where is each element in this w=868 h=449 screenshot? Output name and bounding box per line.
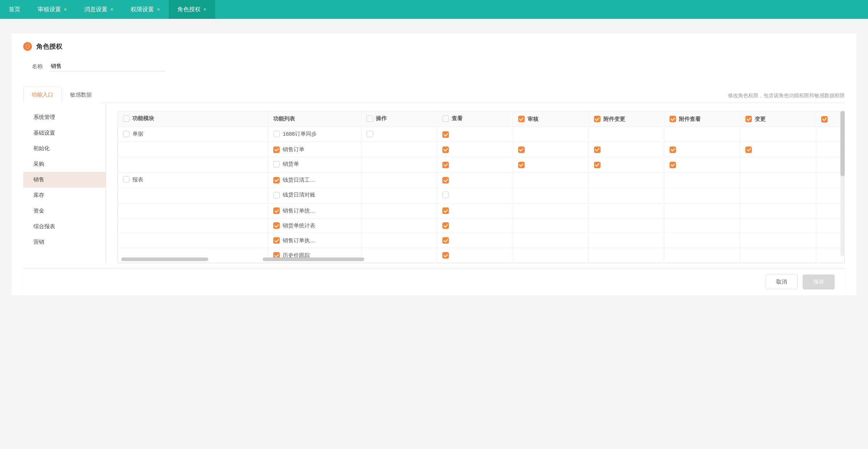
sub-tab-敏感数据[interactable]: 敏感数据 xyxy=(62,87,100,103)
col-header-op: 操作 xyxy=(361,111,437,127)
table-row: 销货单统计表 xyxy=(118,218,844,233)
func-cell: 销售订单统计表 xyxy=(268,203,361,218)
module-item-采购[interactable]: 采购 xyxy=(23,156,106,172)
func-cell: 销货单 xyxy=(268,157,361,173)
module-item-库存[interactable]: 库存 xyxy=(23,188,106,203)
attach-change-cell xyxy=(589,127,665,143)
hscroll-thumb-right[interactable] xyxy=(263,258,364,261)
func-checkbox[interactable] xyxy=(273,222,280,229)
view-checkbox[interactable] xyxy=(442,147,449,153)
header-checkbox-op[interactable] xyxy=(367,115,373,122)
module-cell xyxy=(118,203,268,218)
view-cell xyxy=(437,127,513,143)
page-title: 角色授权 xyxy=(36,42,62,51)
name-input[interactable] xyxy=(49,61,165,72)
header-checkbox-attach-view[interactable] xyxy=(670,116,676,122)
module-item-基础设置[interactable]: 基础设置 xyxy=(23,125,106,141)
attach-view-cell xyxy=(664,218,740,233)
close-icon[interactable]: × xyxy=(64,7,67,12)
save-button[interactable]: 保存 xyxy=(803,275,835,289)
top-tab-权限设置[interactable]: 权限设置× xyxy=(122,0,168,19)
content-area: 角色授权 名称 功能入口敏感数据 修改角色权限，包含该角色功能权限和敏感数据权限… xyxy=(0,19,868,295)
change-cell xyxy=(740,127,816,143)
func-checkbox[interactable] xyxy=(273,177,280,184)
permission-table: 功能模块 功能列表 操作 查看 xyxy=(118,111,845,263)
change-cell xyxy=(740,142,816,157)
table-row: 销售订单统计表 xyxy=(118,203,844,218)
module-cell xyxy=(118,188,268,203)
op-cell xyxy=(361,203,437,218)
func-checkbox[interactable] xyxy=(273,237,280,244)
top-tab-角色授权[interactable]: 角色授权× xyxy=(169,0,215,19)
func-cell: 钱货日清工作台 xyxy=(268,173,361,188)
vscroll-thumb[interactable] xyxy=(840,111,845,176)
audit-cell xyxy=(513,157,589,173)
attach-change-checkbox[interactable] xyxy=(594,147,601,153)
top-tab-消息设置[interactable]: 消息设置× xyxy=(75,0,122,19)
func-checkbox[interactable] xyxy=(273,207,280,214)
change-cell xyxy=(740,233,816,248)
module-item-销售[interactable]: 销售 xyxy=(23,172,106,188)
view-checkbox[interactable] xyxy=(442,207,449,214)
col-header-list: 功能列表 xyxy=(268,111,361,127)
audit-cell xyxy=(513,173,589,188)
sub-tab-功能入口[interactable]: 功能入口 xyxy=(23,87,62,103)
header-checkbox-attach-change[interactable] xyxy=(594,116,601,122)
cancel-button[interactable]: 取消 xyxy=(766,275,798,289)
view-checkbox[interactable] xyxy=(442,131,449,138)
audit-checkbox[interactable] xyxy=(518,147,525,153)
attach-view-checkbox[interactable] xyxy=(670,162,676,168)
horizontal-scrollbar[interactable] xyxy=(121,258,845,261)
audit-cell xyxy=(513,218,589,233)
top-tab-审核设置[interactable]: 审核设置× xyxy=(29,0,75,19)
view-checkbox[interactable] xyxy=(442,177,449,184)
view-checkbox[interactable] xyxy=(442,237,449,244)
module-item-资金[interactable]: 资金 xyxy=(23,203,106,219)
attach-change-checkbox[interactable] xyxy=(594,162,601,168)
footer-bar: 取消 保存 xyxy=(23,268,845,295)
func-cell: 1688订单同步 xyxy=(268,127,361,143)
top-tab-首页[interactable]: 首页 xyxy=(0,0,29,19)
header-checkbox-extra[interactable] xyxy=(821,116,828,123)
change-checkbox[interactable] xyxy=(745,147,752,153)
module-cell xyxy=(118,157,268,173)
module-checkbox[interactable] xyxy=(123,131,130,137)
func-checkbox[interactable] xyxy=(273,131,280,137)
module-cell xyxy=(118,142,268,157)
change-cell xyxy=(740,173,816,188)
close-icon[interactable]: × xyxy=(110,7,113,12)
name-label: 名称 xyxy=(32,63,43,70)
attach-view-cell xyxy=(664,173,740,188)
vertical-scrollbar[interactable] xyxy=(840,111,845,256)
op-checkbox[interactable] xyxy=(367,131,373,137)
func-cell: 销售订单 xyxy=(268,142,361,157)
module-checkbox[interactable] xyxy=(123,176,130,183)
close-icon[interactable]: × xyxy=(204,7,206,12)
func-checkbox[interactable] xyxy=(273,161,280,168)
func-cell: 销售订单执行表 xyxy=(268,233,361,248)
module-item-系统管理[interactable]: 系统管理 xyxy=(23,110,106,125)
view-checkbox[interactable] xyxy=(442,222,449,229)
func-checkbox[interactable] xyxy=(273,192,280,198)
module-item-综合报表[interactable]: 综合报表 xyxy=(23,219,106,234)
header-checkbox-change[interactable] xyxy=(745,116,752,122)
col-header-attach-change: 附件变更 xyxy=(589,111,665,127)
view-cell xyxy=(437,188,513,203)
module-item-初始化[interactable]: 初始化 xyxy=(23,141,106,156)
close-icon[interactable]: × xyxy=(157,7,160,12)
header-checkbox-module[interactable] xyxy=(123,115,130,122)
view-checkbox[interactable] xyxy=(442,191,449,198)
module-cell: 单据 xyxy=(118,127,268,143)
header-checkbox-view[interactable] xyxy=(442,115,449,122)
view-checkbox[interactable] xyxy=(442,162,449,168)
module-item-营销[interactable]: 营销 xyxy=(23,234,106,250)
attach-view-cell xyxy=(664,188,740,203)
attach-view-checkbox[interactable] xyxy=(670,147,676,153)
table-row: 销货单 xyxy=(118,157,844,173)
func-checkbox[interactable] xyxy=(273,147,280,153)
audit-checkbox[interactable] xyxy=(518,162,525,168)
hscroll-thumb-left[interactable] xyxy=(121,258,208,261)
col-header-view: 查看 xyxy=(437,111,513,127)
page-header: 角色授权 xyxy=(23,42,845,51)
header-checkbox-audit[interactable] xyxy=(518,116,525,122)
